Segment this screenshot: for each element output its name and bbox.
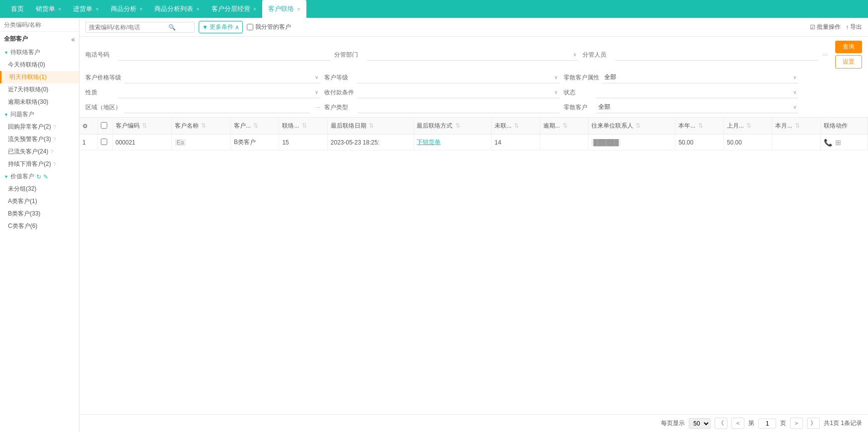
next-page-btn[interactable]: ＞ <box>790 418 803 429</box>
phone-action-icon[interactable]: 📞 <box>824 139 832 146</box>
col-last-date[interactable]: 最后联络日期 ⇅ <box>327 118 414 135</box>
prev-page-btn[interactable]: ＜ <box>731 418 744 429</box>
sidebar-item-tomorrow[interactable]: 明天待联络(1) <box>0 71 79 83</box>
filter-person-select[interactable] <box>615 49 817 61</box>
query-btn[interactable]: 查询 <box>835 41 862 53</box>
close-segment-icon[interactable]: × <box>253 6 256 12</box>
my-customers-checkbox-label[interactable]: 我分管的客户 <box>247 23 291 31</box>
nav-sales[interactable]: 销货单 × <box>30 0 67 18</box>
sidebar-search-container: 🔍 <box>0 18 79 32</box>
filter-phone-input[interactable] <box>118 49 330 61</box>
close-analysis-list-icon[interactable]: × <box>196 6 199 12</box>
filter-customer-level: 客户等级 ∨ <box>324 72 559 83</box>
export-btn[interactable]: ↑ 导出 <box>846 23 862 31</box>
page-input[interactable] <box>758 419 776 429</box>
row-type-cell: B类客户 <box>231 135 279 150</box>
filter-customer-level-select[interactable]: ∨ <box>357 72 559 83</box>
filter-status-select[interactable]: ∨ <box>596 86 798 98</box>
col-name[interactable]: 客户名称 ⇅ <box>171 118 230 135</box>
sidebar-item-lost-risk[interactable]: 流失预警客户(3) ? <box>0 133 79 145</box>
filter-region: 区域（地区） ··· <box>85 101 320 113</box>
toolbar: 🔍 ▼ 更多条件 ∧ 我分管的客户 ☑ 批量操作 ↑ 导出 <box>79 18 868 37</box>
toolbar-search-input[interactable] <box>89 24 168 31</box>
filter-status: 状态 ∨ <box>564 86 798 98</box>
nav-analysis-list[interactable]: 商品分析列表 × <box>148 0 205 18</box>
col-last-method[interactable]: 最后联络方式 ⇅ <box>414 118 492 135</box>
all-customers-label: 全部客户 <box>4 35 28 43</box>
row-last-method-link[interactable]: 下销货单 <box>417 139 440 145</box>
nav-analysis[interactable]: 商品分析 × <box>105 0 148 18</box>
close-contact-icon[interactable]: × <box>297 6 300 12</box>
sidebar-item-week[interactable]: 近7天待联络(0) <box>0 83 79 96</box>
my-customers-checkbox[interactable] <box>247 24 253 30</box>
row-unit-contact-value: ██████ <box>591 139 621 146</box>
row-last-date-cell: 2023-05-23 18:25: <box>327 135 414 150</box>
col-action: 联络动作 <box>820 118 868 135</box>
batch-op-btn[interactable]: ☑ 批量操作 <box>810 23 841 31</box>
row-name-value: Ea <box>175 139 186 146</box>
filter-retail-attr-select[interactable]: 全部 ∨ <box>602 72 798 83</box>
filter-customer-type: 客户类型 <box>324 101 559 113</box>
value-edit-icon[interactable]: ✎ <box>43 173 48 180</box>
col-this-year[interactable]: 本年... ⇅ <box>675 118 723 135</box>
close-sales-icon[interactable]: × <box>58 6 61 12</box>
filter-payment-select[interactable]: ∨ <box>357 86 559 98</box>
nav-customer-contact[interactable]: 客户联络 × <box>262 0 306 18</box>
total-records-label: 共1页 1条记录 <box>824 419 862 428</box>
col-code[interactable]: 客户编码 ⇅ <box>112 118 171 135</box>
value-refresh-icon[interactable]: ↻ <box>36 173 41 180</box>
toolbar-right: ☑ 批量操作 ↑ 导出 <box>810 23 862 31</box>
per-page-select[interactable]: 50 <box>689 418 711 429</box>
nav-purchase[interactable]: 进货单 × <box>67 0 104 18</box>
first-page-btn[interactable]: 《 <box>715 418 727 429</box>
sidebar-item-class-a[interactable]: A类客户(1) <box>0 195 79 208</box>
filter-region-dots[interactable]: ··· <box>315 104 320 111</box>
sidebar-item-decline[interactable]: 持续下滑客户(2) ? <box>0 158 79 170</box>
select-all-checkbox[interactable] <box>101 122 107 129</box>
toolbar-search-icon[interactable]: 🔍 <box>168 24 176 31</box>
setting-btn[interactable]: 设置 <box>835 55 862 69</box>
filter-nature-select[interactable]: ∨ <box>118 86 320 98</box>
sidebar-search-input[interactable] <box>4 21 78 28</box>
sidebar-group-problem: 问题客户 <box>0 108 79 121</box>
filter-region-select[interactable] <box>124 101 310 113</box>
col-contact[interactable]: 联络... ⇅ <box>279 118 327 135</box>
more-filter-btn[interactable]: ▼ 更多条件 ∧ <box>199 21 243 33</box>
row-checkbox[interactable] <box>101 139 107 145</box>
sidebar-item-lost[interactable]: 已流失客户(24) ? <box>0 145 79 158</box>
sort-uncontacted-icon: ⇅ <box>514 122 519 129</box>
col-this-month[interactable]: 本月... ⇅ <box>772 118 820 135</box>
col-overdue[interactable]: 逾期... ⇅ <box>540 118 588 135</box>
col-type[interactable]: 客户... ⇅ <box>231 118 279 135</box>
col-uncontacted[interactable]: 未联... ⇅ <box>492 118 540 135</box>
close-analysis-icon[interactable]: × <box>140 6 143 12</box>
filter-row-3: 性质 ∨ 收付款条件 ∨ 状态 <box>85 86 862 98</box>
last-page-btn[interactable]: 》 <box>807 418 820 429</box>
col-settings[interactable]: ⚙ <box>79 118 97 135</box>
filter-dept-select[interactable]: ∨ <box>367 49 579 61</box>
sidebar-item-repurchase-abnormal[interactable]: 回购异常客户(2) ? <box>0 121 79 133</box>
col-last-month[interactable]: 上月... ⇅ <box>723 118 772 135</box>
filter-price-level-select[interactable]: ∨ <box>124 72 320 83</box>
close-purchase-icon[interactable]: × <box>95 6 98 12</box>
sidebar-item-overdue[interactable]: 逾期未联络(30) <box>0 96 79 108</box>
sidebar-item-class-b[interactable]: B类客户(33) <box>0 208 79 220</box>
filter-retail-customer-select[interactable]: 全部 ∨ <box>596 101 798 113</box>
sidebar-item-today[interactable]: 今天待联络(0) <box>0 59 79 71</box>
nav-home[interactable]: 首页 <box>5 0 30 18</box>
help-icon-1: ? <box>53 124 56 130</box>
filter-action-btns: 查询 设置 <box>835 41 862 69</box>
sort-name-icon: ⇅ <box>201 122 206 129</box>
nav-customer-segment[interactable]: 客户分层经营 × <box>206 0 262 18</box>
sidebar-item-ungrouped[interactable]: 未分组(32) <box>0 183 79 195</box>
sort-last-month-icon: ⇅ <box>746 122 751 129</box>
grid-action-icon[interactable]: ⊞ <box>835 139 841 146</box>
all-customers-header[interactable]: 全部客户 « <box>0 32 79 46</box>
sidebar-item-class-c[interactable]: C类客户(6) <box>0 220 79 232</box>
col-unit-contact[interactable]: 往来单位联系人 ⇅ <box>588 118 675 135</box>
filter-person-dots[interactable]: ··· <box>822 51 827 58</box>
sort-last-method-icon: ⇅ <box>455 122 460 129</box>
sort-unit-contact-icon: ⇅ <box>636 122 641 129</box>
filter-customer-type-select[interactable] <box>357 101 559 113</box>
retail-customer-chevron-icon: ∨ <box>793 104 796 110</box>
